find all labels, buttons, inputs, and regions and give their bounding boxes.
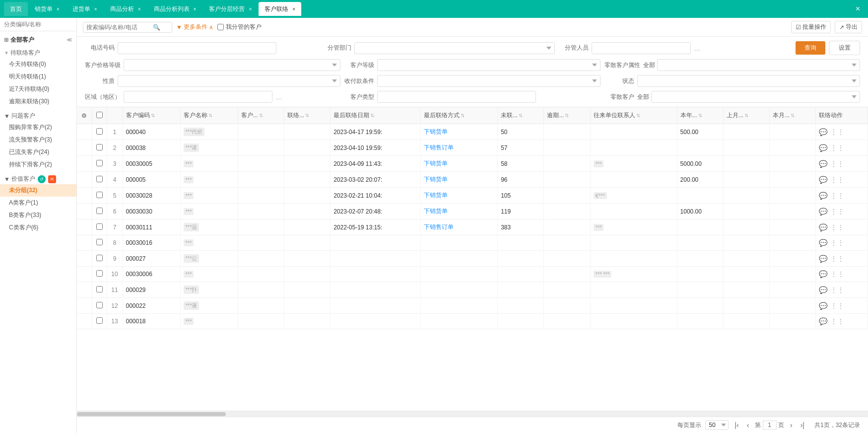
tab-sales-order[interactable]: 销货单 × [29, 2, 66, 16]
sidebar-item-today[interactable]: 今天待联络(0) [0, 58, 76, 71]
region-more-icon[interactable]: … [275, 93, 282, 101]
td-last-method[interactable] [420, 251, 497, 267]
query-button[interactable]: 查询 [796, 41, 825, 55]
td-last-method[interactable]: 下销货单 [420, 124, 497, 140]
th-no-contact[interactable]: 未联...⇅ [498, 107, 544, 124]
td-last-method[interactable]: 下销货单 [420, 188, 497, 204]
th-type[interactable]: 客户...⇅ [238, 107, 284, 124]
more-action-icon[interactable]: ⋮⋮ [830, 208, 844, 216]
row-checkbox[interactable] [96, 239, 103, 245]
dept-select[interactable] [354, 42, 554, 54]
sidebar-item-overdue[interactable]: 逾期未联络(30) [0, 95, 76, 108]
last-method-link[interactable]: 下销货单 [424, 208, 448, 215]
tab-customer-segment-close[interactable]: × [249, 6, 252, 12]
contact-icon[interactable]: 💬 [819, 270, 827, 278]
td-checkbox-cell[interactable] [92, 314, 107, 329]
last-method-link[interactable]: 下销货单 [424, 128, 448, 135]
price-level-select[interactable] [124, 59, 340, 71]
td-checkbox-cell[interactable] [92, 219, 107, 235]
row-checkbox[interactable] [96, 192, 103, 198]
phone-input[interactable] [118, 42, 276, 54]
tab-home[interactable]: 首页 [4, 2, 28, 16]
row-checkbox[interactable] [96, 317, 103, 324]
row-checkbox[interactable] [96, 144, 103, 150]
more-action-icon[interactable]: ⋮⋮ [830, 144, 844, 152]
customer-type-input[interactable] [377, 91, 536, 103]
td-checkbox-cell[interactable] [92, 140, 107, 156]
reset-button[interactable]: 设置 [829, 41, 860, 55]
sidebar-item-7days[interactable]: 近7天待联络(0) [0, 83, 76, 95]
tab-sales-order-close[interactable]: × [57, 6, 60, 12]
last-method-link[interactable]: 下销售订单 [424, 144, 454, 151]
more-conditions-btn[interactable]: ▼ 更多条件 ∧ [176, 23, 213, 31]
sidebar-item-type-c[interactable]: C类客户(6) [0, 221, 76, 234]
th-contact[interactable]: 联络...⇅ [284, 107, 330, 124]
more-action-icon[interactable]: ⋮⋮ [830, 239, 844, 247]
my-customers-checkbox[interactable]: 我分管的客户 [217, 23, 262, 31]
row-checkbox[interactable] [96, 160, 103, 166]
td-checkbox-cell[interactable] [92, 298, 107, 314]
search-input[interactable] [86, 24, 151, 31]
more-action-icon[interactable]: ⋮⋮ [830, 255, 844, 263]
more-action-icon[interactable]: ⋮⋮ [830, 317, 844, 325]
td-checkbox-cell[interactable] [92, 124, 107, 140]
window-close-button[interactable]: × [852, 4, 864, 13]
last-page-button[interactable]: ›| [799, 420, 806, 430]
export-button[interactable]: ↗ 导出 [835, 21, 862, 33]
customer-level-select[interactable] [377, 59, 600, 71]
contact-icon[interactable]: 💬 [819, 144, 827, 152]
td-last-method[interactable] [420, 282, 497, 298]
more-action-icon[interactable]: ⋮⋮ [830, 302, 844, 310]
contact-icon[interactable]: 💬 [819, 302, 827, 310]
contact-icon[interactable]: 💬 [819, 192, 827, 200]
row-checkbox[interactable] [96, 176, 103, 182]
collapse-icon[interactable]: ≪ [67, 37, 72, 43]
sidebar-item-ungroup[interactable]: 未分组(32) [0, 184, 76, 197]
my-customers-check[interactable] [217, 24, 224, 30]
sidebar-search-input[interactable] [4, 21, 77, 28]
th-this-month[interactable]: 本月...⇅ [770, 107, 816, 124]
row-checkbox[interactable] [96, 286, 103, 292]
tab-product-analysis[interactable]: 商品分析 × [104, 2, 147, 16]
td-last-method[interactable] [420, 314, 497, 329]
td-checkbox-cell[interactable] [92, 204, 107, 219]
sidebar-item-tomorrow[interactable]: 明天待联络(1) [0, 71, 76, 83]
zero-attr-select[interactable] [657, 59, 860, 71]
td-checkbox-cell[interactable] [92, 235, 107, 251]
contact-icon[interactable]: 💬 [819, 208, 827, 216]
td-checkbox-cell[interactable] [92, 188, 107, 204]
row-checkbox[interactable] [96, 128, 103, 135]
th-unit-contact[interactable]: 往来单位联系人⇅ [590, 107, 677, 124]
scrollbar-thumb[interactable] [77, 412, 226, 416]
tab-purchase-order[interactable]: 进货单 × [67, 2, 103, 16]
tab-purchase-order-close[interactable]: × [94, 6, 97, 12]
contact-icon[interactable]: 💬 [819, 223, 827, 231]
next-page-button[interactable]: › [788, 420, 795, 430]
batch-op-button[interactable]: ☑ 批量操作 [791, 21, 831, 33]
th-last-month[interactable]: 上月...⇅ [723, 107, 769, 124]
region-input[interactable] [124, 91, 272, 103]
th-overdue[interactable]: 逾期...⇅ [544, 107, 590, 124]
td-last-method[interactable] [420, 235, 497, 251]
more-action-icon[interactable]: ⋮⋮ [830, 223, 844, 231]
last-method-link[interactable]: 下销货单 [424, 176, 448, 183]
more-action-icon[interactable]: ⋮⋮ [830, 286, 844, 294]
th-code[interactable]: 客户编码⇅ [123, 107, 180, 124]
tab-customer-contact[interactable]: 客户联络 × [259, 2, 301, 16]
contact-icon[interactable]: 💬 [819, 160, 827, 168]
last-method-link[interactable]: 下销售订单 [424, 223, 454, 230]
td-last-method[interactable] [420, 298, 497, 314]
td-last-method[interactable]: 下销货单 [420, 204, 497, 219]
th-name[interactable]: 客户名称⇅ [180, 107, 238, 124]
row-checkbox[interactable] [96, 255, 103, 261]
prev-page-button[interactable]: ‹ [745, 420, 751, 430]
gear-icon[interactable]: ⚙ [81, 112, 87, 119]
first-page-button[interactable]: |‹ [733, 420, 740, 430]
sidebar-item-churn-warning[interactable]: 流失预警客户(3) [0, 134, 76, 146]
td-checkbox-cell[interactable] [92, 267, 107, 282]
search-icon[interactable]: 🔍 [153, 24, 160, 31]
manager-more-icon[interactable]: … [694, 44, 701, 52]
contact-icon[interactable]: 💬 [819, 255, 827, 263]
sidebar-item-churned[interactable]: 已流失客户(24) [0, 146, 76, 158]
tab-product-analysis-list[interactable]: 商品分析列表 × [148, 2, 202, 16]
